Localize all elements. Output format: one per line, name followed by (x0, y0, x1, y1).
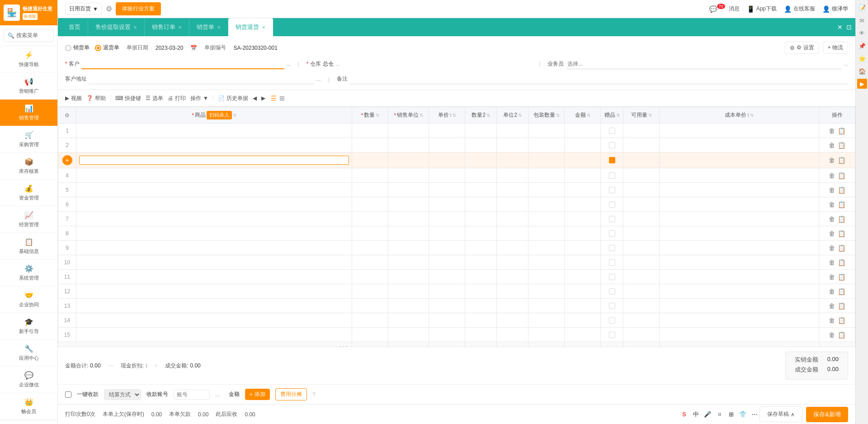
delete-icon-4[interactable]: 🗑 (829, 172, 835, 179)
person-foot-icon[interactable]: 👕 (738, 410, 748, 419)
mic-icon[interactable]: 🎤 (703, 410, 712, 419)
delete-icon-10[interactable]: 🗑 (829, 259, 835, 266)
date-value[interactable]: 2023-03-20 (156, 45, 183, 51)
delete-icon-1[interactable]: 🗑 (829, 127, 835, 134)
calendar-icon[interactable]: 📅 (190, 45, 197, 51)
row-3-unit-price[interactable] (429, 152, 465, 168)
row-2-unit2[interactable] (497, 138, 528, 152)
tab-sales-delivery[interactable]: 销货单 ✕ (189, 18, 228, 36)
r4-goods[interactable] (76, 168, 352, 183)
gift-cb-13[interactable] (609, 303, 615, 309)
gift-cb-14[interactable] (609, 317, 615, 324)
row-2-cost-price[interactable] (660, 138, 819, 152)
warehouse-picker-icon[interactable]: ... (335, 61, 340, 67)
s-icon[interactable]: S (679, 410, 689, 419)
th-settings[interactable]: ⚙ (58, 107, 76, 124)
more-foot-icon[interactable]: ⋯ (750, 410, 760, 419)
message-group[interactable]: 💬 70 消息 (709, 5, 740, 13)
tab-price-setting[interactable]: 售价提取设置 ✕ (88, 18, 145, 36)
form-setting-button[interactable]: ⚙ ⚙ 设置 (785, 42, 819, 54)
col-settings-icon[interactable]: ⚙ (65, 112, 70, 119)
row-1-qty[interactable] (352, 124, 388, 138)
copy-icon-10[interactable]: 📋 (838, 259, 845, 266)
sort-icon-gift[interactable]: ⇅ (616, 113, 620, 118)
row-1-cost-price[interactable] (660, 124, 819, 138)
zhong-icon[interactable]: 中 (691, 410, 701, 419)
sidebar-item-zijin[interactable]: 💰 资金管理 (0, 180, 57, 206)
r4-pkg[interactable] (528, 168, 565, 183)
sort-icon-goods[interactable]: ⇅ (233, 113, 236, 118)
row-3-amount[interactable] (565, 152, 601, 168)
copy-icon-4[interactable]: 📋 (838, 172, 845, 179)
delete-icon-3[interactable]: 🗑 (829, 157, 835, 164)
r4-gift[interactable] (601, 168, 623, 183)
sidebar-item-jichu[interactable]: 📋 基础信息 (0, 233, 57, 260)
delete-icon-6[interactable]: 🗑 (829, 201, 835, 208)
salesperson-input[interactable] (566, 59, 842, 69)
tab-sales-return-close[interactable]: ✕ (262, 25, 265, 30)
sort-icon-pkg[interactable]: ⇅ (556, 113, 560, 118)
row-1-unit-price[interactable] (429, 124, 465, 138)
sidebar-item-caigou[interactable]: 🛒 采购管理 (0, 126, 57, 153)
customer-input[interactable] (81, 58, 284, 69)
user-group[interactable]: 👤 徐泽华 (822, 5, 848, 13)
sort-icon-cost[interactable]: ⇅ (750, 113, 754, 118)
row-3-cost-price[interactable] (660, 152, 819, 168)
delete-icon-8[interactable]: 🗑 (829, 230, 835, 237)
gift-cb-12[interactable] (609, 288, 615, 295)
delete-icon-7[interactable]: 🗑 (829, 215, 835, 223)
gift-cb-6[interactable] (609, 201, 615, 208)
delete-icon-15[interactable]: 🗑 (829, 331, 835, 338)
right-panel-icon-3[interactable]: 👁 (857, 28, 867, 38)
row-1-goods[interactable] (76, 124, 352, 138)
toolbar-video[interactable]: ▶ 视频 (65, 95, 82, 102)
sidebar-item-yingxiao[interactable]: 📢 营销推广 (0, 73, 57, 100)
gift-cb-5[interactable] (609, 187, 615, 193)
r4-cost[interactable] (660, 168, 819, 183)
toolbar-nav-prev[interactable]: ◀ (253, 95, 257, 101)
row-3-sales-unit[interactable] (388, 152, 429, 168)
table-foot-icon[interactable]: ⊞ (726, 410, 736, 419)
row-2-pkg-qty[interactable] (528, 138, 565, 152)
sort-icon-qty[interactable]: ⇅ (376, 113, 379, 118)
address-input[interactable] (89, 74, 315, 84)
right-panel-icon-1[interactable]: 📝 (857, 3, 867, 13)
copy-icon-11[interactable]: 📋 (838, 273, 845, 281)
one-click-pay-checkbox[interactable] (65, 391, 71, 398)
remark-input[interactable] (349, 74, 848, 84)
sidebar-item-weixin[interactable]: 💬 企业微信 (0, 367, 57, 393)
gift-cb-3[interactable] (609, 157, 615, 163)
row-2-gift[interactable] (601, 138, 623, 152)
save-new-button[interactable]: 保存&新增 (806, 407, 848, 422)
gift-cb-11[interactable] (609, 274, 615, 280)
account-input[interactable] (174, 390, 210, 400)
row-3-unit2[interactable] (497, 152, 528, 168)
sidebar-item-xiaoshou[interactable]: 📊 销售管理 (0, 100, 57, 126)
toolbar-print[interactable]: 🖨 打印 (168, 95, 186, 102)
radio-sales-delivery[interactable]: 销货单 (65, 44, 90, 52)
right-panel-icon-2[interactable]: ✉ (857, 15, 867, 25)
copy-icon-13[interactable]: 📋 (838, 302, 845, 310)
sort-icon-price[interactable]: ⇅ (453, 113, 456, 118)
row-1-unit2[interactable] (497, 124, 528, 138)
copy-icon-14[interactable]: 📋 (838, 317, 845, 324)
view-list-btn[interactable]: ☰ (270, 94, 278, 103)
copy-icon-15[interactable]: 📋 (838, 331, 845, 338)
add-row-button[interactable]: + (62, 155, 72, 165)
app-download-group[interactable]: 📱 App下载 (747, 5, 777, 13)
payment-dots[interactable]: ... (215, 391, 220, 398)
salesperson-picker-icon[interactable]: ... (844, 61, 848, 67)
copy-icon-8[interactable]: 📋 (838, 230, 845, 237)
tab-sales-order-close[interactable]: ✕ (178, 25, 182, 30)
gift-cb-15[interactable] (609, 332, 615, 338)
copy-icon-5[interactable]: 📋 (838, 186, 845, 194)
delete-icon-11[interactable]: 🗑 (829, 273, 835, 281)
tab-close-all-btn[interactable]: ✕ (837, 24, 843, 31)
right-panel-icon-4[interactable]: 📌 (857, 41, 867, 51)
row-3-qty2[interactable] (465, 152, 497, 168)
tab-expand-btn[interactable]: ⊡ (846, 24, 852, 31)
toolbar-history[interactable]: 📄 历史单据 (218, 95, 248, 102)
r4-unit2[interactable] (497, 168, 528, 183)
sort-icon-avail[interactable]: ⇅ (648, 113, 652, 118)
row-2-unit-price[interactable] (429, 138, 465, 152)
